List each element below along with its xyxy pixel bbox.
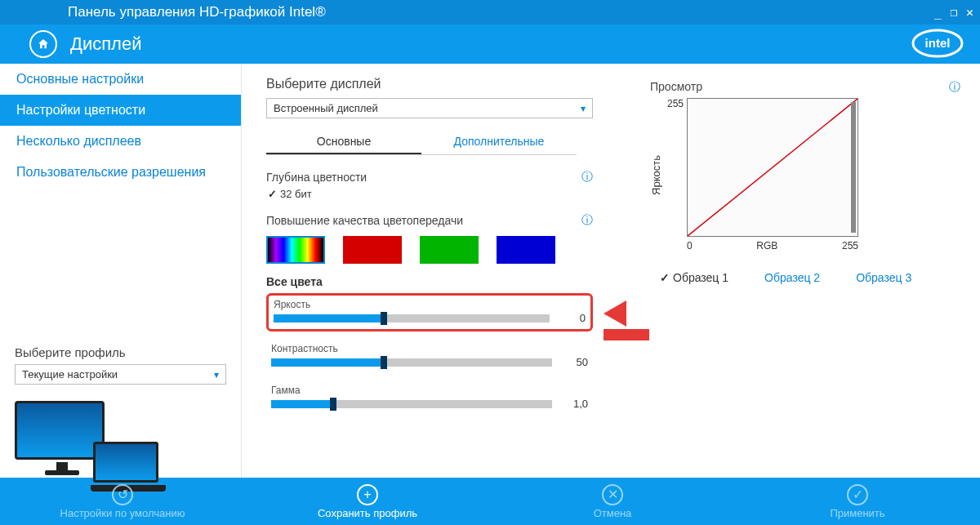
- brightness-slider[interactable]: [274, 314, 550, 323]
- sidebar-item-color-settings[interactable]: Настройки цветности: [0, 95, 241, 126]
- app-window: Панель управления HD-графикой Intel® _ ❐…: [0, 0, 980, 525]
- tab-advanced[interactable]: Дополнительные: [421, 131, 577, 154]
- footer-bar: ↺ Настройки по умолчанию + Сохранить про…: [0, 478, 980, 525]
- save-profile-button[interactable]: + Сохранить профиль: [245, 478, 490, 525]
- intel-logo: intel: [910, 24, 965, 65]
- graph-output-bar: [851, 102, 856, 233]
- close-button[interactable]: ✕: [966, 5, 973, 20]
- window-controls: _ ❐ ✕: [929, 5, 973, 20]
- color-depth-value: ✓32 бит: [266, 185, 617, 213]
- display-dropdown[interactable]: Встроенный дисплей ▾: [266, 98, 593, 118]
- home-button[interactable]: [29, 30, 57, 58]
- graph-ymax: 255: [667, 98, 687, 109]
- info-icon[interactable]: ⓘ: [949, 80, 960, 95]
- cancel-button[interactable]: ✕ Отмена: [490, 478, 735, 525]
- graph-xmax: 255: [842, 240, 858, 251]
- profile-block: Выберите профиль Текущие настройки ▾: [0, 336, 241, 389]
- select-display-label: Выберите дисплей: [266, 77, 617, 91]
- highlight-arrow: [604, 300, 649, 341]
- sidebar-item-multiple-displays[interactable]: Несколько дисплеев: [0, 126, 241, 157]
- section-title: Дисплей: [70, 33, 141, 55]
- graph-xmin: 0: [687, 240, 693, 251]
- swatch-red[interactable]: [343, 236, 402, 264]
- preview-title: Просмотр: [650, 80, 702, 95]
- color-swatches: [266, 236, 617, 264]
- swatch-all-colors[interactable]: [266, 236, 325, 264]
- maximize-button[interactable]: ❐: [950, 5, 957, 20]
- contrast-label: Контрастность: [271, 343, 588, 354]
- brightness-label: Яркость: [274, 299, 586, 310]
- header-bar: Дисплей intel: [0, 24, 980, 64]
- contrast-value: 50: [564, 356, 588, 368]
- slider-thumb[interactable]: [330, 398, 336, 411]
- defaults-button[interactable]: ↺ Настройки по умолчанию: [0, 478, 245, 525]
- sidebar-item-custom-resolutions[interactable]: Пользовательские разрешения: [0, 157, 241, 188]
- check-icon: ✓: [268, 188, 277, 200]
- undo-icon: ↺: [112, 484, 133, 505]
- enhance-label: Повышение качества цветопередачи: [266, 214, 463, 227]
- apply-button[interactable]: ✓ Применить: [735, 478, 980, 525]
- swatch-green[interactable]: [420, 236, 479, 264]
- display-dropdown-value: Встроенный дисплей: [274, 102, 378, 114]
- main-panel: Выберите дисплей Встроенный дисплей ▾ Ос…: [242, 64, 980, 478]
- slider-thumb[interactable]: [381, 356, 387, 369]
- chevron-down-icon: ▾: [214, 369, 219, 380]
- minimize-button[interactable]: _: [934, 5, 942, 20]
- profile-label: Выберите профиль: [15, 345, 226, 359]
- preview-column: Просмотр ⓘ Яркость 255: [617, 77, 960, 478]
- graph-box: [687, 98, 858, 237]
- info-icon[interactable]: ⓘ: [581, 170, 593, 185]
- brightness-slider-group: Яркость 0: [266, 293, 593, 331]
- laptop-icon: [93, 442, 158, 483]
- sidebar: Основные настройки Настройки цветности Н…: [0, 64, 242, 478]
- svg-line-2: [688, 99, 858, 236]
- tone-curve-line: [688, 99, 858, 236]
- gamma-slider-group: Гамма 1,0: [266, 381, 593, 415]
- all-colors-header: Все цвета: [266, 275, 617, 288]
- graph-ylabel: Яркость: [650, 155, 662, 195]
- gamma-value: 1,0: [564, 398, 588, 410]
- tab-basic[interactable]: Основные: [266, 131, 421, 154]
- gamma-label: Гамма: [271, 385, 588, 396]
- chevron-down-icon: ▾: [581, 103, 586, 114]
- brightness-value: 0: [561, 312, 586, 324]
- window-title: Панель управления HD-графикой Intel®: [7, 4, 326, 20]
- settings-column: Выберите дисплей Встроенный дисплей ▾ Ос…: [266, 77, 617, 478]
- svg-text:intel: intel: [925, 36, 951, 50]
- cancel-icon: ✕: [602, 484, 623, 505]
- device-illustration: [0, 389, 241, 478]
- plus-icon: +: [357, 484, 378, 505]
- gamma-slider[interactable]: [271, 400, 552, 408]
- graph-xlabel: RGB: [756, 240, 777, 251]
- home-icon: [37, 38, 50, 51]
- sample-3[interactable]: Образец 3: [856, 271, 911, 284]
- sample-1[interactable]: ✓Образец 1: [660, 271, 728, 284]
- title-bar: Панель управления HD-графикой Intel® _ ❐…: [0, 0, 980, 24]
- swatch-blue[interactable]: [497, 236, 555, 264]
- contrast-slider[interactable]: [271, 358, 552, 367]
- info-icon[interactable]: ⓘ: [581, 213, 593, 228]
- sample-tabs: ✓Образец 1 Образец 2 Образец 3: [660, 271, 960, 284]
- profile-dropdown-value: Текущие настройки: [22, 368, 118, 380]
- slider-thumb[interactable]: [381, 312, 387, 325]
- contrast-slider-group: Контрастность 50: [266, 340, 593, 373]
- sample-2[interactable]: Образец 2: [764, 271, 820, 284]
- sub-tabs: Основные Дополнительные: [266, 131, 577, 155]
- content-body: Основные настройки Настройки цветности Н…: [0, 64, 980, 478]
- color-depth-label: Глубина цветности: [266, 171, 367, 184]
- profile-dropdown[interactable]: Текущие настройки ▾: [15, 364, 226, 385]
- enhance-row: Повышение качества цветопередачи ⓘ: [266, 213, 593, 228]
- color-depth-row: Глубина цветности ⓘ: [266, 170, 593, 185]
- apply-icon: ✓: [847, 484, 868, 505]
- tone-curve-graph: Яркость 255 0 RGB: [650, 98, 960, 251]
- monitor-icon: [15, 401, 105, 460]
- sidebar-item-basic-settings[interactable]: Основные настройки: [0, 64, 241, 95]
